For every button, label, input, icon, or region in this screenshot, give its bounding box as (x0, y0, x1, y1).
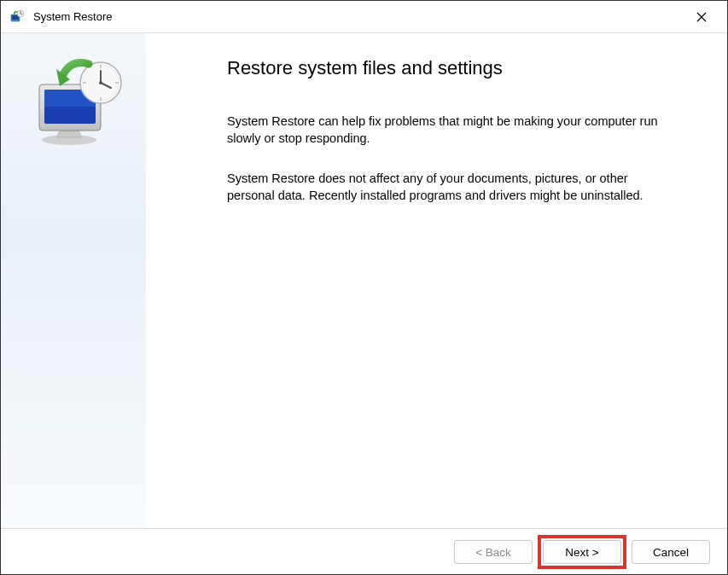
titlebar: System Restore (1, 1, 727, 33)
description-paragraph-1: System Restore can help fix problems tha… (227, 113, 671, 147)
cancel-button[interactable]: Cancel (632, 540, 710, 564)
description-paragraph-2: System Restore does not affect any of yo… (227, 171, 671, 204)
back-button: < Back (454, 540, 533, 564)
next-button-highlight: Next > (543, 540, 621, 564)
window-title: System Restore (33, 10, 683, 23)
wizard-footer: < Back Next > Cancel (1, 528, 727, 575)
system-restore-icon (9, 9, 25, 25)
next-button[interactable]: Next > (543, 540, 621, 564)
close-button[interactable] (683, 4, 720, 30)
wizard-main-content: Restore system files and settings System… (146, 33, 727, 528)
wizard-sidebar (1, 33, 146, 528)
close-icon (696, 12, 707, 22)
page-heading: Restore system files and settings (227, 57, 676, 79)
system-restore-hero-icon (22, 59, 125, 153)
content-area: Restore system files and settings System… (1, 33, 727, 528)
